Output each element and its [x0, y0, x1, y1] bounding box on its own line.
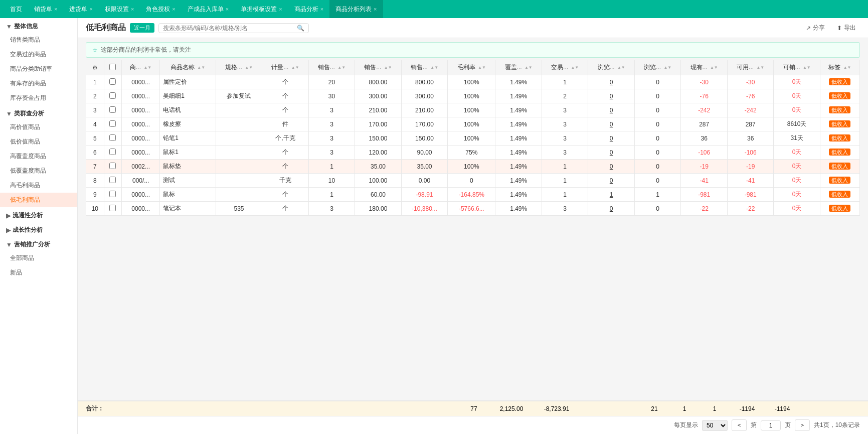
row-gross-rate: 100%	[448, 103, 495, 117]
sidebar-item-high-margin[interactable]: 高毛利商品	[0, 178, 77, 193]
row-sellable-days: 0天	[774, 89, 820, 103]
row-view1[interactable]: 0	[588, 202, 635, 216]
close-icon[interactable]: ×	[320, 6, 323, 12]
select-all-checkbox[interactable]	[109, 64, 116, 70]
close-icon[interactable]: ×	[374, 6, 377, 12]
col-view1[interactable]: 浏览... ▲▼	[588, 60, 635, 75]
next-page-button[interactable]: ＞	[795, 419, 810, 431]
table-wrapper[interactable]: ⚙ 商... ▲▼ 商品名称 ▲▼ 规格... ▲▼	[78, 60, 868, 400]
sidebar-item-category-sales-rate[interactable]: 商品分类助销率	[0, 62, 77, 76]
close-icon[interactable]: ×	[54, 6, 57, 12]
col-sales-qty[interactable]: 销售... ▲▼	[308, 60, 355, 75]
nav-item-purchase[interactable]: 进货单 ×	[63, 0, 98, 18]
sidebar-item-low-value[interactable]: 低价值商品	[0, 134, 77, 149]
nav-item-roles[interactable]: 角色授权 ×	[140, 0, 181, 18]
nav-item-sales[interactable]: 销货单 ×	[28, 0, 63, 18]
sidebar-item-in-stock[interactable]: 有库存的商品	[0, 76, 77, 91]
row-checkbox[interactable]	[104, 202, 121, 216]
row-view1[interactable]: 0	[588, 103, 635, 117]
nav-item-product-analysis[interactable]: 商品分析 ×	[288, 0, 329, 18]
sidebar-item-all-products[interactable]: 全部商品	[0, 251, 77, 265]
row-checkbox[interactable]	[104, 174, 121, 188]
sidebar-item-new-products[interactable]: 新品	[0, 265, 77, 280]
close-icon[interactable]: ×	[131, 6, 134, 12]
row-view1[interactable]: 1	[588, 188, 635, 202]
row-view1[interactable]: 0	[588, 160, 635, 174]
share-button[interactable]: ↗ 分享	[802, 22, 829, 34]
row-checkbox[interactable]	[104, 117, 121, 131]
col-code[interactable]: 商... ▲▼	[122, 60, 160, 75]
sidebar-group-overall[interactable]: ▼ 整体信息	[0, 18, 77, 33]
col-tag[interactable]: 标签 ▲▼	[820, 60, 859, 75]
sidebar-group-liquidity[interactable]: ▶ 流通性分析	[0, 207, 77, 222]
row-view1[interactable]: 0	[588, 75, 635, 89]
sidebar-item-stock-capital[interactable]: 库存资金占用	[0, 91, 77, 105]
close-icon[interactable]: ×	[226, 6, 229, 12]
row-checkbox[interactable]	[104, 131, 121, 146]
row-checkbox[interactable]	[104, 103, 121, 117]
row-no: 9	[86, 188, 104, 202]
sidebar-item-high-coverage[interactable]: 高覆盖度商品	[0, 149, 77, 164]
close-icon[interactable]: ×	[89, 6, 92, 12]
col-spec[interactable]: 规格... ▲▼	[216, 60, 262, 75]
col-usable-stock[interactable]: 可用... ▲▼	[727, 60, 774, 75]
close-icon[interactable]: ×	[279, 6, 282, 12]
sidebar-item-sales-products[interactable]: 销售类商品	[0, 33, 77, 47]
prev-page-button[interactable]: ＜	[732, 419, 747, 431]
sidebar-group-cluster[interactable]: ▼ 类群查分析	[0, 105, 77, 120]
close-icon[interactable]: ×	[172, 6, 175, 12]
row-checkbox[interactable]	[104, 89, 121, 103]
search-input[interactable]	[163, 25, 295, 32]
nav-item-template[interactable]: 单据模板设置 ×	[235, 0, 288, 18]
col-sales-amount[interactable]: 销售... ▲▼	[355, 60, 402, 75]
row-unit: 个	[262, 188, 309, 202]
nav-item-product-analysis-list[interactable]: 商品分析列表 ×	[329, 0, 383, 18]
col-setting[interactable]: ⚙	[86, 60, 104, 75]
col-trade[interactable]: 交易... ▲▼	[542, 60, 588, 75]
page-input[interactable]	[761, 420, 781, 430]
nav-item-permissions[interactable]: 权限设置 ×	[99, 0, 140, 18]
col-current-stock[interactable]: 现有... ▲▼	[681, 60, 728, 75]
sidebar-item-low-margin[interactable]: 低毛利商品	[0, 193, 77, 207]
col-coverage[interactable]: 覆盖... ▲▼	[495, 60, 542, 75]
chevron-down-icon: ▼	[6, 110, 12, 117]
row-gross-rate: 0	[448, 174, 495, 188]
per-page-select[interactable]: 50 20 100	[702, 420, 728, 431]
col-sellable-days[interactable]: 可销... ▲▼	[774, 60, 820, 75]
row-view1[interactable]: 0	[588, 174, 635, 188]
nav-item-stock-in[interactable]: 产成品入库单 ×	[182, 0, 235, 18]
row-sellable-days: 0天	[774, 174, 820, 188]
row-sales-qty: 1	[308, 160, 355, 174]
row-checkbox[interactable]	[104, 75, 121, 89]
col-gross-rate[interactable]: 毛利率 ▲▼	[448, 60, 495, 75]
row-sales-qty: 10	[308, 174, 355, 188]
export-button[interactable]: ⬆ 导出	[833, 22, 860, 34]
row-checkbox[interactable]	[104, 188, 121, 202]
search-icon[interactable]: 🔍	[297, 25, 304, 32]
row-coverage: 1.49%	[495, 188, 542, 202]
sidebar-group-growth[interactable]: ▶ 成长性分析	[0, 222, 77, 236]
per-page-label: 每页显示	[674, 421, 698, 429]
row-sales-amount: 180.00	[355, 202, 402, 216]
row-view1[interactable]: 0	[588, 89, 635, 103]
col-name[interactable]: 商品名称 ▲▼	[160, 60, 216, 75]
chevron-right-icon: ▶	[6, 227, 11, 234]
row-spec	[216, 131, 262, 146]
row-checkbox[interactable]	[104, 146, 121, 160]
nav-item-home[interactable]: 首页	[4, 0, 28, 18]
row-sellable-days: 0天	[774, 75, 820, 89]
sidebar-item-low-coverage[interactable]: 低覆盖度商品	[0, 164, 77, 178]
sidebar-group-marketing[interactable]: ▼ 营销推广分析	[0, 236, 77, 251]
row-view1[interactable]: 0	[588, 117, 635, 131]
col-checkbox[interactable]	[104, 60, 121, 75]
time-filter-tag[interactable]: 近一月	[130, 23, 154, 33]
col-view2[interactable]: 浏览... ▲▼	[634, 60, 681, 75]
row-view1[interactable]: 0	[588, 131, 635, 146]
sidebar-item-traded-products[interactable]: 交易过的商品	[0, 47, 77, 62]
sidebar-item-high-value[interactable]: 高价值商品	[0, 120, 77, 134]
row-view1[interactable]: 0	[588, 146, 635, 160]
col-sales-profit[interactable]: 销售... ▲▼	[401, 60, 448, 75]
row-checkbox[interactable]	[104, 160, 121, 174]
col-unit[interactable]: 计量... ▲▼	[262, 60, 309, 75]
row-sales-profit: 0.00	[401, 174, 448, 188]
